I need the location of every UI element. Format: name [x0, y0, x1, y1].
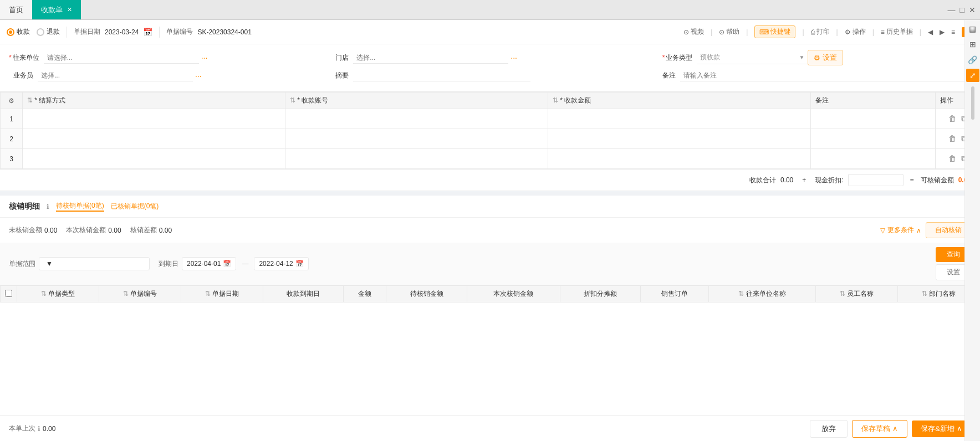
- filter-icon: ▽: [880, 227, 885, 234]
- counterparty-label: 往来单位: [13, 53, 39, 63]
- col-sales-order: 销售订单: [641, 286, 709, 302]
- discount-input[interactable]: [848, 174, 904, 186]
- counterparty-field: * 往来单位 ···: [9, 52, 318, 64]
- counterparty-more-icon[interactable]: ···: [199, 53, 210, 62]
- stat-current-label: 本次核销金额: [66, 225, 106, 235]
- calendar-end-icon: 📅: [295, 260, 304, 268]
- receipt-table-container: ⚙ ⇅ * 结算方式 ⇅ * 收款账号 ⇅ * 收款金额: [0, 92, 980, 169]
- sidebar-sheet-icon[interactable]: ⊞: [966, 38, 979, 51]
- due-date-start[interactable]: 2022-04-01 📅: [182, 257, 236, 270]
- save-draft-btn[interactable]: 保存草稿 ∧: [852, 420, 907, 438]
- col-number: ⇅ 单据编号: [99, 286, 181, 302]
- section-header: 核销明细 ℹ 待核销单据(0笔) 已核销单据(0笔): [0, 196, 980, 218]
- scrollbar-indicator: [971, 86, 974, 120]
- cell-amount-2[interactable]: [548, 129, 810, 149]
- date-separator: —: [242, 260, 248, 268]
- video-icon: ⊙: [683, 28, 689, 36]
- summary-input[interactable]: [353, 70, 530, 81]
- draft-arrow-icon: ∧: [892, 424, 898, 433]
- nav-prev-icon[interactable]: ◀: [928, 28, 933, 36]
- maximize-icon[interactable]: □: [960, 6, 964, 14]
- tab-home[interactable]: 首页: [0, 0, 32, 19]
- remark-input[interactable]: [680, 70, 971, 81]
- cell-settlement-3[interactable]: [23, 149, 285, 169]
- net-label: 可核销金额: [921, 176, 954, 185]
- minimize-icon[interactable]: —: [948, 6, 956, 14]
- business-type-value: 预收款: [700, 53, 720, 62]
- cell-amount-1[interactable]: [548, 109, 810, 129]
- cell-account-2[interactable]: [285, 129, 548, 149]
- save-arrow-icon: ∧: [957, 424, 962, 433]
- number-label: 单据编号: [166, 27, 193, 37]
- save-new-btn[interactable]: 保存&新增 ∧: [912, 421, 971, 437]
- calendar-icon[interactable]: 📅: [143, 28, 152, 37]
- sort-icon-type: ⇅: [41, 290, 47, 298]
- delete-icon-3[interactable]: 🗑: [948, 154, 956, 163]
- delete-icon-2[interactable]: 🗑: [948, 134, 956, 143]
- staff-more-icon[interactable]: ···: [193, 71, 204, 80]
- close-icon[interactable]: ✕: [969, 6, 976, 14]
- operations-btn[interactable]: ⚙ 操作: [845, 27, 866, 37]
- section-title: 核销明细: [9, 202, 40, 212]
- store-more-icon[interactable]: ···: [508, 53, 519, 62]
- business-type-select[interactable]: 预收款 ▼: [697, 51, 808, 64]
- settings-gear-icon: ⚙: [814, 54, 820, 62]
- print-btn[interactable]: ⎙ 打印: [811, 27, 830, 37]
- counterparty-input[interactable]: [44, 52, 199, 64]
- more-conditions-btn[interactable]: ▽ 更多条件 ∧: [880, 225, 921, 235]
- footer-buttons: 放弃 保存草稿 ∧ 保存&新增 ∧: [810, 420, 971, 438]
- staff-input[interactable]: [38, 70, 193, 81]
- calendar-start-icon: 📅: [223, 260, 231, 268]
- tab-pending[interactable]: 待核销单据(0笔): [56, 201, 104, 212]
- footer-limit-info-icon[interactable]: ℹ: [38, 425, 40, 433]
- filter-row: 单据范围 ▼ 到期日 2022-04-01 📅 — 2022-04-12 📅: [0, 243, 980, 285]
- col-type: ⇅ 单据类型: [17, 286, 99, 302]
- settings-button[interactable]: ⚙ 设置: [808, 50, 843, 65]
- tab-done[interactable]: 已核销单据(0笔): [111, 202, 159, 211]
- video-btn[interactable]: ⊙ 视频: [683, 27, 704, 37]
- cell-settlement-2[interactable]: [23, 129, 285, 149]
- tab-receipt[interactable]: 收款单 ✕: [32, 0, 81, 19]
- abandon-btn[interactable]: 放弃: [810, 420, 848, 438]
- due-date-field: 到期日 2022-04-01 📅 — 2022-04-12 📅: [159, 257, 309, 270]
- tab-home-label: 首页: [9, 5, 23, 15]
- cell-settlement-1[interactable]: [23, 109, 285, 129]
- cell-remark-2[interactable]: [810, 129, 935, 149]
- tab-close-icon[interactable]: ✕: [67, 6, 72, 13]
- nav-list-icon[interactable]: ≡: [951, 28, 955, 36]
- shortcut-btn[interactable]: ⌨ 快捷键: [754, 25, 795, 38]
- sidebar-table-icon[interactable]: ▦: [966, 22, 979, 35]
- nav-next-icon[interactable]: ▶: [940, 28, 945, 36]
- select-all-checkbox[interactable]: [5, 290, 12, 297]
- due-date-end[interactable]: 2022-04-12 📅: [254, 257, 308, 270]
- radio-receipt[interactable]: 收款: [7, 27, 30, 37]
- table-row: 2 🗑 ⧉: [1, 129, 980, 149]
- right-sidebar: ▦ ⊞ 🔗 ⤢: [964, 20, 980, 441]
- row-num-3: 3: [1, 149, 23, 169]
- cell-remark-1[interactable]: [810, 109, 935, 129]
- plus-sign: +: [802, 176, 806, 184]
- tab-receipt-label: 收款单: [41, 5, 63, 15]
- section-info-icon[interactable]: ℹ: [47, 203, 49, 211]
- cell-account-3[interactable]: [285, 149, 548, 169]
- col-discount: 折扣分摊额: [560, 286, 640, 302]
- sidebar-link-icon[interactable]: 🔗: [966, 53, 979, 66]
- radio-refund[interactable]: 退款: [37, 27, 60, 37]
- stat-current: 本次核销金额 0.00: [66, 225, 121, 235]
- business-type-arrow: ▼: [799, 54, 804, 60]
- store-input[interactable]: [353, 52, 508, 64]
- number-value: SK-20230324-001: [197, 28, 251, 36]
- cell-remark-3[interactable]: [810, 149, 935, 169]
- range-select[interactable]: ▼: [39, 257, 150, 270]
- history-label: 历史单据: [886, 27, 913, 37]
- col-counterparty: ⇅ 往来单位名称: [708, 286, 815, 302]
- operations-icon: ⚙: [845, 28, 851, 36]
- delete-icon-1[interactable]: 🗑: [948, 114, 956, 123]
- history-btn[interactable]: ≡ 历史单据: [881, 27, 913, 37]
- table-gear-icon[interactable]: ⚙: [8, 97, 14, 105]
- help-btn[interactable]: ⊙ 帮助: [719, 27, 739, 37]
- cell-account-1[interactable]: [285, 109, 548, 129]
- cell-amount-3[interactable]: [548, 149, 810, 169]
- stat-unverified-value: 0.00: [44, 227, 57, 234]
- sidebar-expand-icon[interactable]: ⤢: [966, 69, 979, 82]
